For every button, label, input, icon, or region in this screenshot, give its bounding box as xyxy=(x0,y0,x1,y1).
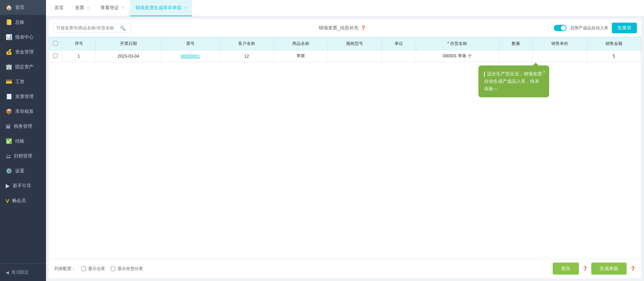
header-amount: 销售金额 xyxy=(587,38,641,50)
tab-voucher-label: 查看凭证 xyxy=(100,5,119,11)
row-product: 苹果 xyxy=(274,50,328,62)
unfix-label: 取消固定 xyxy=(12,269,29,275)
header-qty: 数量 xyxy=(499,38,533,50)
help-icon[interactable]: ❓ xyxy=(361,25,366,30)
toolbar: 🔍 销项发票_信息补充 ❓ 启用产成品自动入库 批量填 xyxy=(49,19,641,37)
sidebar-item-wages[interactable]: 💳 工资 xyxy=(0,74,46,89)
tooltip-close-button[interactable]: × xyxy=(543,68,546,75)
tab-red-invoice[interactable]: 销项发票生成库存单据 × xyxy=(130,0,192,16)
main-content: 首页 发票 × 查看凭证 × 销项发票生成库存单据 × 🔍 销项发票_信息补充 … xyxy=(46,0,644,281)
row-seq: 1 xyxy=(62,50,96,62)
search-icon: 🔍 xyxy=(120,25,126,31)
row-unit xyxy=(382,50,416,62)
sidebar-item-tax[interactable]: 🏛 税务管理 xyxy=(0,119,46,134)
row-checkbox-cell xyxy=(49,50,62,62)
sidebar-item-label: 归档管理 xyxy=(14,153,32,159)
sidebar-item-assets[interactable]: 🏢 固定资产 xyxy=(0,59,46,74)
tab-invoice-close[interactable]: × xyxy=(87,6,89,10)
tab-home[interactable]: 首页 xyxy=(49,0,69,16)
search-box[interactable]: 🔍 xyxy=(53,24,131,33)
sidebar-item-label: 畅会员 xyxy=(12,197,26,204)
unfix-icon: ◀ xyxy=(6,270,9,275)
select-all-checkbox[interactable] xyxy=(53,41,58,46)
show-warehouse-group: 显示仓库 xyxy=(81,266,105,272)
page-area: 🔍 销项发票_信息补充 ❓ 启用产成品自动入库 批量填 xyxy=(49,19,641,278)
sidebar-item-label: 设置 xyxy=(15,168,24,174)
header-unit: 单位 xyxy=(382,38,416,50)
tab-voucher-close[interactable]: × xyxy=(122,6,124,10)
sidebar-item-label: 固定资产 xyxy=(15,64,34,70)
sidebar-item-vip[interactable]: V 畅会员 xyxy=(0,193,46,208)
sidebar-item-inventory[interactable]: 📦 库存核算 xyxy=(0,104,46,119)
row-spec xyxy=(328,50,382,62)
row-amount: 5 xyxy=(587,50,641,62)
toolbar-right: 启用产成品自动入库 批量填 xyxy=(554,23,637,33)
toolbar-title: 销项发票_信息补充 xyxy=(319,25,358,31)
header-customer: 客户名称 xyxy=(220,38,274,50)
sidebar-item-ledger[interactable]: 📒 总账 xyxy=(0,15,46,30)
sidebar-item-label: 资金管理 xyxy=(15,49,34,55)
archive-icon: 🗂 xyxy=(6,153,11,159)
sidebar-item-label: 工资 xyxy=(15,79,24,85)
tab-invoice[interactable]: 发票 × xyxy=(69,0,95,16)
generate-help-icon[interactable]: ❓ xyxy=(630,266,636,271)
wages-icon: 💳 xyxy=(6,79,12,85)
ledger-icon: 📒 xyxy=(6,19,12,25)
sidebar: 🏠 首页 📒 总账 📊 报表中心 💰 资金管理 🏢 固定资产 💳 工资 🧾 发票… xyxy=(0,0,46,281)
header-price: 销售单价 xyxy=(533,38,587,50)
sidebar-item-guide[interactable]: ▶ 新手引导 xyxy=(0,178,46,193)
tab-voucher[interactable]: 查看凭证 × xyxy=(95,0,130,16)
footer-actions: 暂存 ❓ 生成单据 ❓ xyxy=(553,263,636,275)
show-category-group: 显示存货分类 xyxy=(111,266,143,272)
sidebar-item-label: 总账 xyxy=(15,19,24,25)
sidebar-item-home[interactable]: 🏠 首页 xyxy=(0,0,46,15)
sidebar-item-funds[interactable]: 💰 资金管理 xyxy=(0,45,46,59)
tab-home-label: 首页 xyxy=(54,5,64,11)
toggle-label: 启用产成品自动入库 xyxy=(570,25,608,31)
unfix-button[interactable]: ◀ 取消固定 xyxy=(0,266,46,278)
row-checkbox[interactable] xyxy=(53,53,58,58)
header-inventory: * 存货名称 xyxy=(416,38,499,50)
show-warehouse-label: 显示仓库 xyxy=(88,266,105,272)
settlement-icon: ✅ xyxy=(6,138,12,144)
row-qty xyxy=(499,50,533,62)
row-price xyxy=(533,50,587,62)
sidebar-item-label: 库存核算 xyxy=(15,108,34,115)
data-table: 序号 开票日期 票号 客户名称 商品名称 规格型号 单位 * 存货名称 数量 销… xyxy=(49,37,641,62)
show-warehouse-checkbox[interactable] xyxy=(81,266,86,271)
sidebar-item-label: 报表中心 xyxy=(15,34,34,40)
row-ticket-no[interactable]: 00000001 xyxy=(161,50,219,62)
auto-warehouse-toggle[interactable] xyxy=(554,25,567,31)
save-button[interactable]: 暂存 xyxy=(553,263,579,275)
row-customer: 12 xyxy=(220,50,274,62)
inventory-icon: 📦 xyxy=(6,108,12,115)
sidebar-item-invoices[interactable]: 🧾 发票管理 xyxy=(0,89,46,104)
tooltip-text: 适合生产型企业，销项发票自动生成产成品入库，快来体验～ xyxy=(484,71,542,91)
tooltip-cursor xyxy=(484,72,485,77)
sidebar-item-label: 税务管理 xyxy=(14,123,32,130)
sidebar-item-label: 结账 xyxy=(15,138,24,144)
header-spec: 规格型号 xyxy=(328,38,382,50)
sidebar-item-archive[interactable]: 🗂 归档管理 xyxy=(0,149,46,164)
header-date: 开票日期 xyxy=(96,38,161,50)
sidebar-bottom: ◀ 取消固定 xyxy=(0,263,46,281)
save-help-icon[interactable]: ❓ xyxy=(582,266,588,271)
generate-button[interactable]: 生成单据 xyxy=(591,263,627,275)
list-config-label: 列表配置： xyxy=(54,266,76,272)
guide-icon: ▶ xyxy=(6,183,10,189)
sidebar-item-settlement[interactable]: ✅ 结账 xyxy=(0,134,46,149)
batch-button[interactable]: 批量填 xyxy=(612,23,637,33)
sidebar-item-label: 发票管理 xyxy=(15,93,34,100)
row-date: 2023-03-04 xyxy=(96,50,161,62)
header-product: 商品名称 xyxy=(274,38,328,50)
show-category-checkbox[interactable] xyxy=(111,266,115,271)
search-input[interactable] xyxy=(56,25,120,30)
tab-invoice-label: 发票 xyxy=(75,5,84,11)
table-row: 1 2023-03-04 00000001 12 苹果 000001 苹果 个 … xyxy=(49,50,641,62)
sidebar-item-label: 新手引导 xyxy=(13,183,31,189)
assets-icon: 🏢 xyxy=(6,64,12,70)
sidebar-item-settings[interactable]: ⚙️ 设置 xyxy=(0,164,46,178)
sidebar-item-reports[interactable]: 📊 报表中心 xyxy=(0,30,46,45)
tab-red-invoice-close[interactable]: × xyxy=(184,6,186,10)
header-seq: 序号 xyxy=(62,38,96,50)
